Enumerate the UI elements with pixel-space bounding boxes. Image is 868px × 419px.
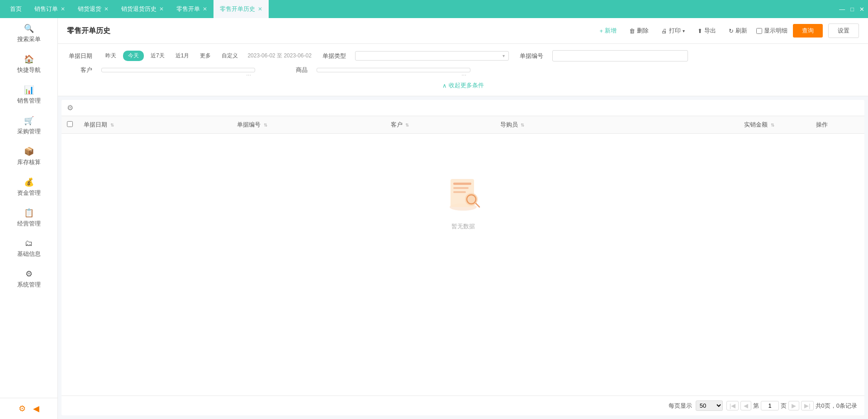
print-dropdown-icon: ▾ <box>683 28 685 33</box>
quick-nav-icon: 🏠 <box>24 54 34 64</box>
tab-sales-return[interactable]: 销货退货 ✕ <box>71 0 115 18</box>
first-page-button[interactable]: |◀ <box>726 401 739 410</box>
sidebar-item-inventory[interactable]: 📦 库存核算 <box>0 141 57 172</box>
refresh-button[interactable]: ↻ 刷新 <box>725 25 751 37</box>
collapse-button[interactable]: ∧ 收起更多条件 <box>442 79 484 89</box>
top-bar: 首页 销售订单 ✕ 销货退货 ✕ 销货退货历史 ✕ 零售开单 ✕ 零售开单历史 … <box>0 0 868 18</box>
search-purchase-icon: 🔍 <box>24 24 34 33</box>
sort-bill-no-icon: ⇅ <box>264 122 267 127</box>
delete-button[interactable]: 🗑 删除 <box>626 25 652 37</box>
top-bar-actions: — □ ✕ <box>839 6 864 13</box>
sidebar-item-purchase-mgmt[interactable]: 🛒 采购管理 <box>0 110 57 141</box>
sidebar-item-basic-info[interactable]: 🗂 基础信息 <box>0 233 57 264</box>
per-page-label: 每页显示 <box>669 402 692 410</box>
sidebar-item-search-purchase[interactable]: 🔍 搜索采单 <box>0 18 57 49</box>
tab-close-retail-open-history[interactable]: ✕ <box>258 6 262 12</box>
sort-bill-date-icon: ⇅ <box>110 122 114 127</box>
customer-input[interactable] <box>101 68 255 72</box>
data-table: 单据日期 ⇅ 单据编号 ⇅ 客户 ⇅ 导购员 ⇅ <box>62 116 864 134</box>
page-nav: |◀ ◀ 第 页 ▶ ▶| 共0页，0条记录 <box>726 401 857 410</box>
close-icon[interactable]: ✕ <box>859 6 864 13</box>
collapse-icon: ∧ <box>442 82 447 89</box>
setting-button[interactable]: 设置 <box>828 24 859 38</box>
collapse-footer-icon[interactable]: ◀ <box>33 404 39 414</box>
table-toolbar: ⚙ <box>62 100 864 116</box>
th-bill-date[interactable]: 单据日期 ⇅ <box>78 116 232 134</box>
print-icon: 🖨 <box>661 28 667 34</box>
date-btn-today[interactable]: 今天 <box>123 51 144 61</box>
th-actual-amount[interactable]: 实销金额 ⇅ <box>626 116 779 134</box>
export-button[interactable]: ⬆ 导出 <box>694 25 720 37</box>
no-data-icon <box>441 170 486 215</box>
sidebar-item-sales-mgmt[interactable]: 📊 销售管理 <box>0 80 57 110</box>
minimize-icon[interactable]: — <box>839 6 845 13</box>
th-customer[interactable]: 客户 ⇅ <box>385 116 495 134</box>
toolbar: + 新增 🗑 删除 🖨 打印 ▾ ⬆ 导出 ↻ 刷新 <box>596 24 859 38</box>
total-label: 共0页，0条记录 <box>816 402 857 410</box>
date-btn-custom[interactable]: 自定义 <box>218 51 242 61</box>
tab-close-sales-order[interactable]: ✕ <box>61 6 65 12</box>
next-page-button[interactable]: ▶ <box>788 401 799 410</box>
table-scroll[interactable]: 单据日期 ⇅ 单据编号 ⇅ 客户 ⇅ 导购员 ⇅ <box>62 116 864 395</box>
per-page-select[interactable]: 50 100 200 <box>696 400 723 411</box>
tab-retail-open[interactable]: 零售开单 ✕ <box>170 0 213 18</box>
bill-no-input[interactable] <box>552 50 688 61</box>
tab-sales-return-history[interactable]: 销货退货历史 ✕ <box>115 0 170 18</box>
pagination: 每页显示 50 100 200 |◀ ◀ 第 页 ▶ ▶| 共0页，0条记录 <box>62 395 864 415</box>
sidebar-footer: ⚙ ◀ <box>0 398 57 419</box>
product-label: 商品 <box>282 66 308 74</box>
date-btn-yesterday[interactable]: 昨天 <box>101 51 120 61</box>
tab-close-retail-open[interactable]: ✕ <box>203 6 207 12</box>
sidebar-item-quick-nav[interactable]: 🏠 快捷导航 <box>0 49 57 80</box>
tab-close-sales-return[interactable]: ✕ <box>104 6 109 12</box>
tab-sales-order[interactable]: 销售订单 ✕ <box>28 0 71 18</box>
svg-rect-4 <box>453 191 466 193</box>
page-input[interactable] <box>761 401 779 410</box>
operations-icon: 📋 <box>24 208 34 218</box>
show-detail: 显示明细 <box>756 27 787 35</box>
settings-footer-icon[interactable]: ⚙ <box>19 404 26 414</box>
sort-actual-amount-icon: ⇅ <box>771 122 774 127</box>
select-all-checkbox[interactable] <box>67 121 73 127</box>
finance-icon: 💰 <box>24 177 34 187</box>
bill-no-label: 单据编号 <box>518 52 543 60</box>
page-suffix-label: 页 <box>781 402 787 410</box>
th-salesperson[interactable]: 导购员 ⇅ <box>495 116 626 134</box>
bill-type-select[interactable]: ▾ <box>355 51 509 61</box>
no-data-text: 暂无数据 <box>451 222 475 231</box>
date-btn-more[interactable]: 更多 <box>196 51 215 61</box>
maximize-icon[interactable]: □ <box>850 6 854 13</box>
table-wrapper: ⚙ 单据日期 ⇅ 单据编号 ⇅ <box>62 100 864 415</box>
page-title: 零售开单历史 <box>67 26 110 36</box>
add-button[interactable]: + 新增 <box>596 25 620 37</box>
th-bill-no[interactable]: 单据编号 ⇅ <box>232 116 385 134</box>
export-icon: ⬆ <box>697 28 702 34</box>
prev-page-button[interactable]: ◀ <box>740 401 751 410</box>
basic-info-icon: 🗂 <box>25 239 33 248</box>
show-detail-checkbox[interactable] <box>756 28 762 34</box>
bill-type-dropdown-icon: ▾ <box>503 53 505 58</box>
tab-retail-open-history[interactable]: 零售开单历史 ✕ <box>213 0 269 18</box>
last-page-button[interactable]: ▶| <box>801 401 813 410</box>
svg-rect-2 <box>453 183 471 185</box>
date-btn-1month[interactable]: 近1月 <box>171 51 194 61</box>
date-btn-7days[interactable]: 近7天 <box>147 51 169 61</box>
tab-home[interactable]: 首页 <box>4 0 28 18</box>
tab-close-sales-return-history[interactable]: ✕ <box>159 6 164 12</box>
filter-row-2: 客户 商品 <box>67 66 859 74</box>
query-button[interactable]: 查询 <box>793 24 823 38</box>
system-mgmt-icon: ⚙ <box>25 269 33 279</box>
date-label: 单据日期 <box>67 52 92 60</box>
table-settings-icon[interactable]: ⚙ <box>67 104 73 112</box>
sidebar-item-system-mgmt[interactable]: ⚙ 系统管理 <box>0 264 57 294</box>
th-action: 操作 <box>780 116 864 134</box>
sort-customer-icon: ⇅ <box>405 122 409 127</box>
customer-label: 客户 <box>67 66 92 74</box>
print-button[interactable]: 🖨 打印 ▾ <box>658 25 688 37</box>
th-checkbox <box>62 116 78 134</box>
sidebar-item-finance[interactable]: 💰 资金管理 <box>0 172 57 202</box>
add-icon: + <box>599 28 603 34</box>
sort-salesperson-icon: ⇅ <box>521 122 524 127</box>
product-input[interactable] <box>317 68 470 72</box>
sidebar-item-operations[interactable]: 📋 经营管理 <box>0 202 57 233</box>
